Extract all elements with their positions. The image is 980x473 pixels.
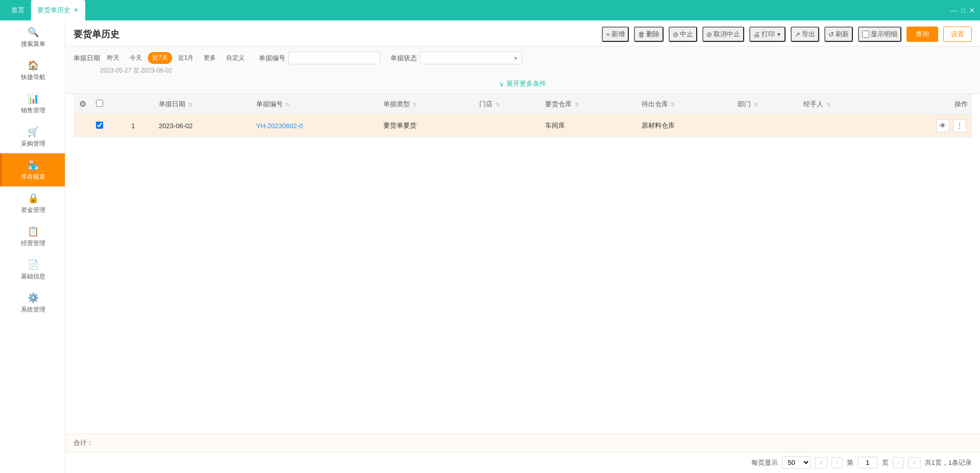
print-button[interactable]: 🖨 打印 ▼ <box>749 27 786 42</box>
new-button[interactable]: + 新增 <box>602 27 629 42</box>
th-handler[interactable]: 经手人 ⇅ <box>799 94 880 114</box>
th-dest-warehouse-sort-icon: ⇅ <box>671 102 675 107</box>
th-bill-date-label: 单据日期 <box>159 100 185 108</box>
th-bill-date[interactable]: 单据日期 ⇅ <box>155 94 252 114</box>
row-checkbox[interactable] <box>96 122 103 129</box>
sidebar-item-purchase-mgmt[interactable]: 🛒 采购管理 <box>0 120 65 153</box>
th-store-sort-icon: ⇅ <box>496 102 500 107</box>
th-req-warehouse[interactable]: 要货仓库 ⇅ <box>541 94 638 114</box>
sidebar: 🔍 搜索菜单 🏠 快捷导航 📊 销售管理 🛒 采购管理 🏪 库存核算 🔒 资金管… <box>0 20 65 473</box>
sidebar-item-finance-mgmt[interactable]: 🔒 资金管理 <box>0 186 65 220</box>
sidebar-item-sys-mgmt[interactable]: ⚙️ 系统管理 <box>0 286 65 319</box>
show-detail-checkbox[interactable] <box>862 31 869 38</box>
th-bill-no[interactable]: 单据编号 ⇅ <box>252 94 379 114</box>
select-all-checkbox[interactable] <box>96 100 103 107</box>
date-btn-last7days[interactable]: 近7天 <box>148 52 172 64</box>
sidebar-item-sys-mgmt-label: 系统管理 <box>21 305 45 314</box>
th-bill-type-sort-icon: ⇅ <box>412 102 416 107</box>
tab-close-icon[interactable]: ✕ <box>74 7 79 14</box>
refresh-button[interactable]: ↺ 刷新 <box>824 27 853 42</box>
cancel-stop-button[interactable]: ⊘ 取消中止 <box>702 27 744 42</box>
th-department[interactable]: 部门 ⇅ <box>733 94 799 114</box>
filter-bar: 单据日期 昨天 今天 近7天 近1月 更多 自定义 单据编号 <box>65 46 980 94</box>
current-page-input[interactable] <box>857 457 878 468</box>
date-btn-last1month[interactable]: 近1月 <box>174 52 198 64</box>
settings-button[interactable]: 设置 <box>943 27 972 42</box>
filter-bill-date: 单据日期 昨天 今天 近7天 近1月 更多 自定义 <box>74 52 249 64</box>
window-minimize-btn[interactable]: — <box>950 7 957 14</box>
delete-button[interactable]: 🗑 删除 <box>634 27 664 42</box>
last-page-btn[interactable]: » <box>908 457 921 468</box>
query-button[interactable]: 查询 <box>906 27 938 42</box>
export-label: 导出 <box>802 30 815 39</box>
delete-label: 删除 <box>646 30 659 39</box>
show-detail-label: 显示明细 <box>871 30 897 39</box>
th-dest-warehouse[interactable]: 待出仓库 ⇅ <box>638 94 734 114</box>
filter-row: 单据日期 昨天 今天 近7天 近1月 更多 自定义 单据编号 <box>74 52 972 64</box>
sidebar-item-search-menu[interactable]: 🔍 搜索菜单 <box>0 20 65 54</box>
quick-nav-icon: 🏠 <box>28 60 39 71</box>
window-maximize-btn[interactable]: □ <box>961 7 965 14</box>
sidebar-item-finance-mgmt-label: 资金管理 <box>21 206 45 215</box>
show-detail-button[interactable]: 显示明细 <box>858 27 901 42</box>
first-page-btn[interactable]: « <box>815 457 827 468</box>
th-req-warehouse-label: 要货仓库 <box>545 100 572 108</box>
sidebar-item-basic-info-label: 基础信息 <box>21 272 45 281</box>
date-btn-today[interactable]: 今天 <box>126 52 146 64</box>
purchase-mgmt-icon: 🛒 <box>28 126 39 137</box>
inventory-icon: 🏪 <box>28 159 39 171</box>
th-operation: 操作 <box>880 94 972 114</box>
sidebar-item-quick-nav-label: 快捷导航 <box>21 73 45 82</box>
bill-no-link[interactable]: YH-20230602-0 <box>256 122 303 130</box>
th-store[interactable]: 门店 ⇅ <box>475 94 541 114</box>
sidebar-item-sales-mgmt[interactable]: 📊 销售管理 <box>0 87 65 120</box>
stop-button[interactable]: ⊘ 中止 <box>669 27 697 42</box>
bill-no-input[interactable] <box>288 52 380 64</box>
th-bill-no-sort-icon: ⇅ <box>285 102 289 107</box>
per-page-label: 每页显示 <box>751 458 778 467</box>
settings-col-icon[interactable]: ⚙ <box>79 100 86 108</box>
filter-dates: 昨天 今天 近7天 近1月 更多 自定义 <box>103 52 249 64</box>
td-bill-date: 2023-06-02 <box>155 114 252 137</box>
sidebar-item-ops-mgmt[interactable]: 📋 经营管理 <box>0 220 65 253</box>
date-btn-more[interactable]: 更多 <box>200 52 220 64</box>
td-operation: 👁 ⋮ <box>880 114 972 137</box>
date-btn-custom[interactable]: 自定义 <box>222 52 249 64</box>
filter-bill-no: 单据编号 <box>259 52 380 64</box>
window-close-btn[interactable]: ✕ <box>969 7 975 14</box>
sidebar-item-quick-nav[interactable]: 🏠 快捷导航 <box>0 54 65 87</box>
prev-page-btn[interactable]: ‹ <box>831 457 843 468</box>
summary-label: 合计： <box>74 438 93 447</box>
table-row[interactable]: 1 2023-06-02 YH-20230602-0 要货单要货 车间库 原材料… <box>74 114 972 137</box>
per-page-select[interactable]: 50 20 100 <box>782 456 811 469</box>
bill-status-select-wrapper <box>420 52 522 64</box>
ops-mgmt-icon: 📋 <box>28 226 39 237</box>
bill-status-select[interactable] <box>420 52 522 64</box>
page-title: 要货单历史 <box>74 28 602 40</box>
th-settings: ⚙ <box>74 94 92 114</box>
sidebar-item-inventory[interactable]: 🏪 库存核算 <box>0 153 65 186</box>
sidebar-item-search-menu-label: 搜索菜单 <box>21 40 45 49</box>
next-page-btn[interactable]: › <box>893 457 904 468</box>
date-btn-yesterday[interactable]: 昨天 <box>103 52 124 64</box>
total-info: 共1页，1条记录 <box>925 458 972 467</box>
td-settings <box>74 114 92 137</box>
sidebar-item-basic-info[interactable]: 📄 基础信息 <box>0 253 65 286</box>
tab-home[interactable]: 首页 <box>5 0 31 20</box>
tab-requisition-history[interactable]: 要货单历史 ✕ <box>31 0 85 20</box>
page-header: 要货单历史 + 新增 🗑 删除 ⊘ 中止 ⊘ 取消中止 <box>65 20 980 46</box>
row-view-btn[interactable]: 👁 <box>936 119 949 132</box>
row-more-btn[interactable]: ⋮ <box>953 119 966 132</box>
export-button[interactable]: ↗ 导出 <box>791 27 819 42</box>
new-label: 新增 <box>611 30 625 39</box>
table-container: ⚙ 单据日期 ⇅ 单据编号 ⇅ <box>65 94 980 434</box>
sys-mgmt-icon: ⚙️ <box>28 292 39 303</box>
top-bar: 首页 要货单历史 ✕ — □ ✕ <box>0 0 980 20</box>
pagination-bar: 每页显示 50 20 100 « ‹ 第 页 › » 共1页，1条记录 <box>65 452 980 473</box>
th-bill-type[interactable]: 单据类型 ⇅ <box>379 94 476 114</box>
print-icon: 🖨 <box>753 31 760 38</box>
expand-more-btn[interactable]: ∨ 展开更多条件 <box>74 79 972 88</box>
cancel-stop-icon: ⊘ <box>706 31 712 38</box>
td-dest-warehouse: 原材料仓库 <box>638 114 734 137</box>
th-dest-warehouse-label: 待出仓库 <box>642 100 668 108</box>
